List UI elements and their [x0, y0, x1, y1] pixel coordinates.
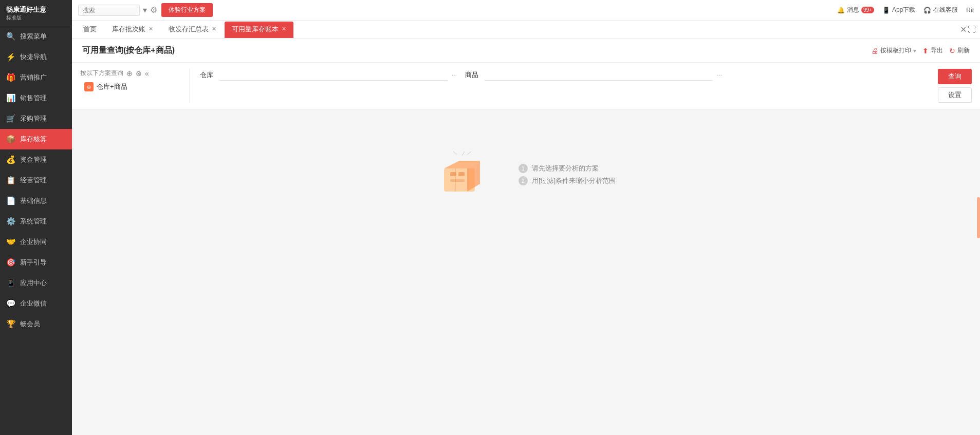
hint-1: 1 请先选择要分析的方案	[519, 164, 616, 173]
online-service-label: 在线客服	[933, 6, 958, 14]
tab-close-icon[interactable]: ✕	[212, 26, 216, 32]
sidebar-item-label: 采购管理	[20, 114, 47, 123]
online-service-btn[interactable]: 🎧 在线客服	[923, 6, 958, 14]
filter-scheme-label: 按以下方案查询 ⊕ ⊗ «	[80, 69, 183, 78]
search-input[interactable]	[78, 5, 140, 16]
sidebar-item-label: 资金管理	[20, 155, 47, 164]
sidebar-item-label: 基础信息	[20, 196, 47, 205]
sidebar-item-basic[interactable]: 📄 基础信息	[0, 191, 72, 211]
app-logo: 畅康通好生意 标准版	[0, 0, 72, 26]
sidebar-item-purchase[interactable]: 🛒 采购管理	[0, 108, 72, 129]
right-scrollbar-indicator	[977, 197, 980, 238]
tab-label: 收发存汇总表	[169, 25, 209, 34]
tab-receipt-summary[interactable]: 收发存汇总表 ✕	[161, 22, 224, 38]
sidebar-item-label: 系统管理	[20, 217, 47, 226]
sidebar-item-label: 企业微信	[20, 299, 47, 308]
close-window-btn[interactable]: ✕	[960, 25, 967, 34]
app-download-label: App下载	[892, 6, 915, 14]
filter-section: 按以下方案查询 ⊕ ⊗ « ⊕ 仓库+商品 仓库 ···	[72, 63, 980, 109]
phone-icon: 📱	[882, 7, 890, 14]
expand-window-btn[interactable]: ⛶	[968, 25, 976, 34]
sidebar-item-marketing[interactable]: 🎁 营销推广	[0, 67, 72, 88]
product-label: 商品	[465, 70, 480, 80]
tab-batch-ledger[interactable]: 库存批次账 ✕	[105, 22, 160, 38]
sidebar-item-quicknav[interactable]: ⚡ 快捷导航	[0, 47, 72, 67]
export-btn[interactable]: ⬆ 导出	[922, 46, 943, 55]
sidebar-item-search[interactable]: 🔍 搜索菜单	[0, 26, 72, 47]
product-more-icon[interactable]: ···	[717, 71, 722, 79]
tab-label: 首页	[83, 25, 97, 34]
query-btn[interactable]: 查询	[938, 69, 972, 84]
sidebar-item-label: 应用中心	[20, 278, 47, 288]
print-btn[interactable]: 🖨 按模板打印 ▾	[871, 46, 916, 55]
message-label: 消息	[847, 6, 859, 14]
warehouse-input[interactable]	[219, 69, 448, 81]
purchase-icon: 🛒	[6, 114, 16, 123]
sidebar-item-label: 畅会员	[20, 319, 40, 329]
sidebar-item-label: 库存核算	[20, 135, 47, 144]
hint-number-1: 1	[519, 164, 528, 173]
chevron-down-icon: ▾	[913, 47, 916, 54]
page-actions: 🖨 按模板打印 ▾ ⬆ 导出 ↻ 刷新	[871, 46, 970, 55]
tab-label: 可用量库存账本	[232, 25, 279, 34]
user-name: Rit	[966, 7, 974, 14]
message-btn[interactable]: 🔔 消息 99+	[837, 6, 874, 14]
export-label: 导出	[931, 46, 943, 55]
svg-rect-4	[450, 172, 456, 176]
newbie-icon: 🎯	[6, 258, 16, 267]
refresh-btn[interactable]: ↻ 刷新	[949, 46, 970, 55]
sidebar-item-label: 营销推广	[20, 73, 47, 82]
svg-line-7	[462, 152, 465, 156]
tab-label: 库存批次账	[112, 25, 145, 34]
filter-option-warehouse-product[interactable]: ⊕ 仓库+商品	[80, 80, 183, 94]
sidebar-item-sales[interactable]: 📊 销售管理	[0, 88, 72, 108]
corpwechat-icon: 💬	[6, 299, 16, 308]
sidebar-item-member[interactable]: 🏆 畅会员	[0, 314, 72, 334]
empty-box-svg	[436, 150, 488, 197]
sidebar-item-collab[interactable]: 🤝 企业协同	[0, 232, 72, 252]
tab-close-icon[interactable]: ✕	[149, 26, 153, 32]
settings-scheme-icon[interactable]: ⊗	[136, 69, 142, 78]
dropdown-icon[interactable]: ▾	[143, 5, 147, 15]
sidebar-item-appcenter[interactable]: 📱 应用中心	[0, 273, 72, 293]
sidebar-item-newbie[interactable]: 🎯 新手引导	[0, 252, 72, 273]
print-label: 按模板打印	[880, 46, 911, 55]
tab-close-icon[interactable]: ✕	[282, 26, 286, 32]
sidebar-item-corpwechat[interactable]: 💬 企业微信	[0, 293, 72, 314]
warehouse-product-icon: ⊕	[84, 82, 94, 91]
empty-state: 1 请先选择要分析的方案 2 用[过滤]条件来缩小分析范围	[72, 109, 980, 243]
sidebar-item-system[interactable]: ⚙️ 系统管理	[0, 211, 72, 232]
sidebar: 畅康通好生意 标准版 🔍 搜索菜单 ⚡ 快捷导航 🎁 营销推广 📊 销售管理 🛒…	[0, 0, 72, 435]
svg-line-9	[453, 152, 457, 155]
empty-illustration	[436, 150, 498, 202]
tab-available-ledger[interactable]: 可用量库存账本 ✕	[225, 22, 293, 38]
page-content: 可用量查询(按仓库+商品) 🖨 按模板打印 ▾ ⬆ 导出 ↻ 刷新	[72, 39, 980, 435]
tab-home[interactable]: 首页	[76, 22, 104, 38]
add-scheme-icon[interactable]: ⊕	[126, 69, 133, 78]
svg-rect-6	[450, 179, 465, 182]
filter-divider	[189, 69, 190, 103]
sidebar-item-label: 经营管理	[20, 176, 47, 185]
filter-row-1: 仓库 ··· 商品 ···	[200, 69, 923, 81]
message-badge: 99+	[861, 7, 874, 13]
topbar-right: 🔔 消息 99+ 📱 App下载 🎧 在线客服 Rit	[837, 6, 974, 14]
gear-icon[interactable]: ⚙	[150, 5, 157, 15]
member-icon: 🏆	[6, 319, 16, 329]
app-name: 畅康通好生意	[6, 5, 66, 14]
svg-rect-5	[458, 172, 465, 176]
sidebar-item-operations[interactable]: 📋 经营管理	[0, 170, 72, 191]
filter-inputs: 仓库 ··· 商品 ···	[196, 69, 928, 81]
settings-btn[interactable]: 设置	[938, 87, 972, 103]
finance-icon: 💰	[6, 155, 16, 164]
sidebar-item-finance[interactable]: 💰 资金管理	[0, 149, 72, 170]
sidebar-item-inventory[interactable]: 📦 库存核算	[0, 129, 72, 149]
collapse-icon[interactable]: «	[145, 69, 149, 78]
empty-hints: 1 请先选择要分析的方案 2 用[过滤]条件来缩小分析范围	[519, 164, 616, 188]
product-input[interactable]	[485, 69, 713, 81]
app-download-btn[interactable]: 📱 App下载	[882, 6, 915, 14]
warehouse-more-icon[interactable]: ···	[452, 71, 457, 79]
product-field: 商品 ···	[465, 69, 722, 81]
bell-icon: 🔔	[837, 7, 845, 14]
user-menu[interactable]: Rit	[966, 7, 974, 14]
industry-btn[interactable]: 体验行业方案	[161, 3, 213, 17]
